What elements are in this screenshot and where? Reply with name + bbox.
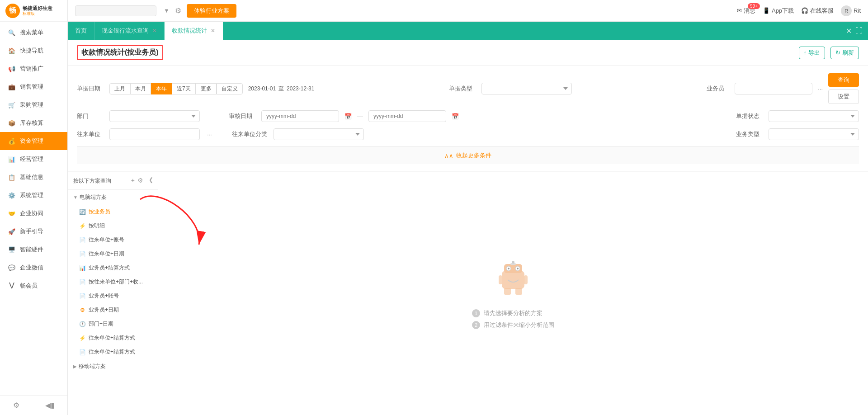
salesman-more-icon[interactable]: ··· (818, 85, 823, 92)
online-service-item[interactable]: 🎧 在线客服 (801, 7, 834, 15)
export-button[interactable]: ↑ 导出 (799, 47, 826, 59)
sidebar-item-purchase[interactable]: 🛒 采购管理 (0, 96, 67, 114)
mobile-scheme-group-title[interactable]: ▶ 移动端方案 (68, 359, 158, 374)
sidebar-item-operation[interactable]: 📊 经营管理 (0, 150, 67, 168)
tab-close-window-icon[interactable]: ✕ (846, 27, 852, 35)
app-download-item[interactable]: 📱 App下载 (763, 7, 794, 15)
tab-home[interactable]: 首页 (68, 22, 94, 40)
tab-maximize-icon[interactable]: ⛶ (855, 27, 863, 35)
sidebar-item-finance[interactable]: 💰 资金管理 (0, 132, 67, 150)
filter-row-date: 单据日期 上月 本月 本年 近7天 更多 自定义 2023-01-01 至 20… (77, 73, 859, 104)
date-tab-this-year[interactable]: 本年 (151, 83, 172, 94)
left-panel-add-btn[interactable]: + (131, 177, 135, 185)
marketing-icon: 📢 (7, 64, 16, 73)
sidebar-item-inventory[interactable]: 📦 库存核算 (0, 114, 67, 132)
date-tab-more[interactable]: 更多 (196, 83, 217, 94)
sidebar-item-member[interactable]: V 畅会员 (0, 277, 67, 295)
sidebar: 畅 畅捷通好生意 标准版 🔍 搜索菜单 🏠 快捷导航 📢 营销推广 💼 (0, 0, 68, 415)
sales-icon: 💼 (7, 82, 16, 91)
review-date-end[interactable] (368, 110, 446, 122)
notification-wrap[interactable]: ✉ 消息 99+ (737, 7, 755, 15)
filter-row-dept: 部门 审核日期 📅 — 📅 单据状态 (77, 110, 859, 122)
date-separator: 至 (278, 85, 284, 93)
pc-group-arrow-icon: ▼ (73, 195, 78, 200)
sidebar-collapse-btn[interactable]: ◀▮ (43, 399, 57, 411)
sidebar-item-weixin[interactable]: 💬 企业微信 (0, 259, 67, 277)
tab-bank-flow[interactable]: 现金银行流水查询 ✕ (94, 22, 165, 40)
sidebar-item-quick-nav[interactable]: 🏠 快捷导航 (0, 42, 67, 60)
left-panel-collapse-icon[interactable]: 《 (146, 177, 152, 185)
sidebar-settings-btn[interactable]: ⚙ (11, 399, 21, 411)
date-tab-last-month[interactable]: 上月 (109, 83, 130, 94)
settings-button[interactable]: 设置 (828, 90, 859, 104)
partner-more-icon[interactable]: ··· (207, 131, 212, 138)
collapse-chevron-icon: ∧∧ (444, 152, 453, 159)
by-detail-icon: ⚡ (79, 222, 86, 230)
sidebar-item-guide[interactable]: 🚀 新手引导 (0, 222, 67, 241)
scheme-item-salesman-settle[interactable]: 📊 业务员+结算方式 (68, 261, 158, 275)
tab-collection-stats-close-icon[interactable]: ✕ (211, 28, 215, 34)
date-tab-custom[interactable]: 自定义 (217, 83, 243, 94)
scheme-item-partner-settle[interactable]: ⚡ 往来单位+结算方式 (68, 331, 158, 345)
svg-point-4 (508, 268, 509, 269)
scheme-item-partner-dept-collect[interactable]: 📄 按往来单位+部门+收... (68, 275, 158, 289)
svg-point-7 (512, 261, 514, 264)
page-header-inner: 收款情况统计(按业务员) (77, 45, 163, 66)
scheme-item-partner-settle2[interactable]: 📄 往来单位+结算方式 (68, 345, 158, 359)
sidebar-item-enterprise[interactable]: 🤝 企业协同 (0, 204, 67, 222)
collapse-label: 收起更多条件 (456, 151, 491, 160)
biz-type-select[interactable] (769, 128, 859, 140)
sidebar-item-marketing[interactable]: 📢 营销推广 (0, 60, 67, 78)
main-area: ▼ ⚙ 体验行业方案 ✉ 消息 99+ 📱 App下载 🎧 在线客服 (68, 0, 868, 415)
breadcrumb-input[interactable] (75, 5, 156, 16)
sidebar-item-sales[interactable]: 💼 销售管理 (0, 78, 67, 96)
filter-row-partner: 往来单位 ··· 往来单位分类 业务类型 (77, 128, 859, 140)
tab-bank-flow-close-icon[interactable]: ✕ (152, 28, 157, 34)
scheme-item-by-detail[interactable]: ⚡ 按明细 (68, 219, 158, 233)
sidebar-item-search-menu[interactable]: 🔍 搜索菜单 (0, 24, 67, 42)
scheme-item-salesman-account[interactable]: 📄 业务员+账号 (68, 289, 158, 303)
review-date-label: 审核日期 (229, 112, 256, 120)
scheme-item-partner-date[interactable]: 📄 往来单位+日期 (68, 247, 158, 261)
sidebar-bottom: ⚙ ◀▮ (0, 395, 67, 415)
refresh-button[interactable]: ↻ 刷新 (830, 47, 859, 59)
topbar-gear-icon[interactable]: ⚙ (175, 6, 181, 15)
sidebar-item-hardware[interactable]: 🖥️ 智能硬件 (0, 241, 67, 259)
trial-industry-button[interactable]: 体验行业方案 (187, 4, 236, 18)
partner-account-icon: 📄 (79, 236, 86, 244)
review-date-end-calendar-icon[interactable]: 📅 (452, 113, 459, 120)
by-salesman-icon: 🔄 (79, 208, 86, 216)
scheme-item-salesman-date[interactable]: ⚙ 业务员+日期 (68, 303, 158, 317)
date-tab-this-month[interactable]: 本月 (130, 83, 151, 94)
sidebar-logo: 畅 畅捷通好生意 标准版 (0, 0, 67, 22)
tip-text-1: 请先选择要分析的方案 (484, 309, 542, 317)
review-date-start-calendar-icon[interactable]: 📅 (344, 113, 352, 120)
collapse-bar[interactable]: ∧∧ 收起更多条件 (77, 146, 859, 164)
user-name-item[interactable]: R Rit (841, 5, 861, 16)
partner-date-icon: 📄 (79, 250, 86, 258)
query-button[interactable]: 查询 (828, 73, 859, 87)
partner-category-select[interactable] (274, 128, 364, 140)
date-tab-last-7[interactable]: 近7天 (172, 83, 196, 94)
dept-select[interactable] (109, 110, 200, 122)
left-panel-settings-icon[interactable]: ⚙ (137, 177, 143, 185)
robot-illustration (491, 255, 536, 300)
review-date-start[interactable] (261, 110, 339, 122)
salesman-input[interactable] (735, 83, 812, 94)
finance-icon: 💰 (7, 137, 16, 146)
scheme-item-partner-account[interactable]: 📄 往来单位+账号 (68, 233, 158, 247)
hardware-icon: 🖥️ (7, 245, 16, 254)
dropdown-arrow-icon[interactable]: ▼ (164, 7, 170, 14)
refresh-icon: ↻ (835, 49, 840, 56)
partner-input[interactable] (109, 128, 200, 140)
svg-point-5 (517, 268, 519, 269)
scheme-item-by-salesman[interactable]: 🔄 按业务员 (68, 205, 158, 219)
sidebar-item-basic-info[interactable]: 📋 基础信息 (0, 168, 67, 186)
sidebar-item-system[interactable]: ⚙️ 系统管理 (0, 186, 67, 204)
topbar: ▼ ⚙ 体验行业方案 ✉ 消息 99+ 📱 App下载 🎧 在线客服 (68, 0, 868, 22)
scheme-item-dept-date[interactable]: 🕐 部门+日期 (68, 317, 158, 331)
pc-scheme-group-title[interactable]: ▼ 电脑端方案 (68, 190, 158, 205)
doc-type-select[interactable] (481, 83, 572, 94)
doc-status-select[interactable] (769, 110, 859, 122)
tab-collection-stats[interactable]: 收款情况统计 ✕ (165, 22, 223, 40)
